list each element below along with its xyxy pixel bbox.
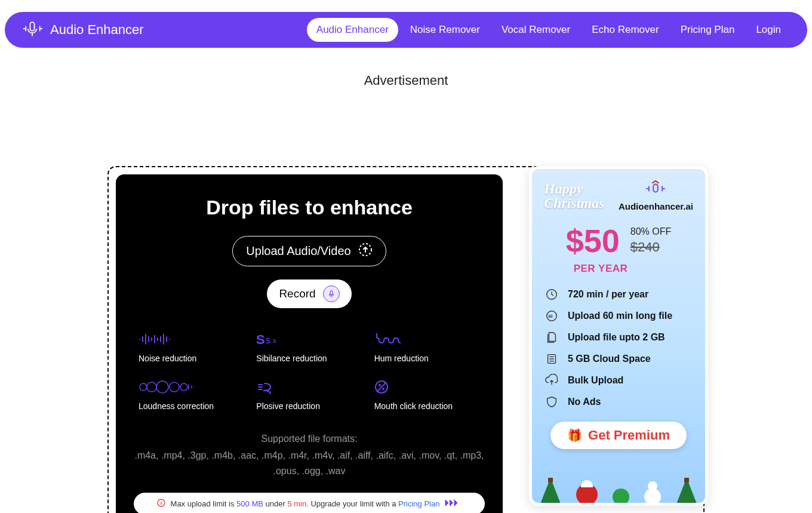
nav-echo-remover[interactable]: Echo Remover	[582, 18, 668, 42]
feature-loudness-correction: Loudness correction	[139, 380, 244, 411]
feature-mouth-click-reduction: Mouth click reduction	[374, 380, 480, 411]
promo-feature-cloud-space: 5 GB Cloud Space	[544, 352, 693, 365]
upload-button[interactable]: Upload Audio/Video	[232, 236, 386, 266]
promo-card: Happy Christmas Audioenhancer.ai $50 80	[529, 166, 708, 506]
svg-point-8	[156, 381, 168, 393]
tree-icon	[676, 478, 697, 505]
promo-feature-file-size: Upload file upto 2 GB	[544, 331, 693, 344]
discount-badge: 80% OFF	[630, 226, 671, 237]
nav-links: Audio Enhancer Noise Remover Vocal Remov…	[307, 18, 791, 42]
chevrons-right-icon	[444, 497, 462, 510]
limit-text: Max upload limit is 500 MB under 5 min. …	[171, 499, 440, 508]
gift-icon: 🎁	[567, 428, 582, 443]
record-button-label: Record	[279, 287, 315, 300]
clock-60-icon: 60	[544, 309, 559, 322]
noise-wave-icon	[139, 332, 244, 349]
promo-feature-bulk-upload: Bulk Upload	[544, 374, 693, 387]
svg-text:s: s	[266, 335, 270, 345]
plosive-icon	[256, 380, 362, 397]
advertisement-label: Advertisement	[0, 73, 812, 88]
svg-rect-0	[30, 22, 34, 30]
upload-limit-bar: Max upload limit is 500 MB under 5 min. …	[134, 493, 485, 513]
old-price: $240	[630, 239, 671, 255]
get-premium-button[interactable]: 🎁 Get Premium	[550, 422, 687, 449]
christmas-decoration	[532, 457, 705, 505]
nav-login[interactable]: Login	[746, 18, 791, 42]
svg-rect-2	[330, 291, 333, 295]
promo-feature-minutes: 720 min / per year	[544, 288, 693, 301]
happy-christmas-text: Happy Christmas	[544, 182, 604, 210]
svg-text:60: 60	[549, 314, 553, 318]
loudness-icon	[139, 380, 244, 397]
sibilance-icon: Sss	[256, 332, 362, 349]
svg-point-7	[147, 382, 156, 392]
navbar: Audio Enhancer Audio Enhancer Noise Remo…	[5, 12, 807, 48]
waveform-mic-santa-icon	[644, 180, 667, 199]
svg-point-16	[658, 180, 660, 182]
svg-point-12	[379, 385, 380, 386]
feature-hum-reduction: Hum reduction	[374, 332, 480, 363]
price-value: $50	[566, 222, 620, 259]
svg-point-6	[140, 383, 147, 391]
formats-label: Supported file formats:	[134, 434, 485, 444]
santa-icon	[576, 484, 598, 505]
storage-icon	[544, 352, 559, 365]
drop-title: Drop files to enhance	[134, 196, 485, 219]
upload-icon	[358, 242, 373, 260]
features-grid: Noise reduction Sss Sibilance reduction …	[134, 332, 485, 411]
files-icon	[544, 331, 559, 344]
elf-icon	[613, 489, 629, 505]
snowman-icon	[644, 489, 661, 505]
svg-point-13	[383, 388, 384, 389]
svg-point-10	[180, 383, 187, 391]
svg-text:s: s	[273, 337, 276, 344]
formats-text: .m4a, .mp4, .3gp, .m4b, .aac, .m4p, .m4r…	[134, 448, 485, 478]
promo-features: 720 min / per year 60 Upload 60 min long…	[544, 288, 693, 408]
nav-vocal-remover[interactable]: Vocal Remover	[492, 18, 580, 42]
feature-sibilance-reduction: Sss Sibilance reduction	[256, 332, 362, 363]
mouth-click-icon	[374, 380, 480, 397]
promo-feature-no-ads: No Ads	[544, 395, 693, 408]
hum-wave-icon	[374, 332, 480, 349]
pricing-plan-link[interactable]: Pricing Plan	[398, 499, 439, 508]
price-row: $50 80% OFF $240	[544, 222, 693, 259]
upload-button-label: Upload Audio/Video	[246, 244, 350, 258]
brand-text: Audio Enhancer	[50, 22, 144, 38]
nav-pricing-plan[interactable]: Pricing Plan	[671, 18, 745, 42]
feature-plosive-reduction: Plosive reduction	[256, 380, 362, 411]
clock-icon	[544, 288, 559, 301]
nav-audio-enhancer[interactable]: Audio Enhancer	[307, 18, 398, 42]
upload-panel: Drop files to enhance Upload Audio/Video…	[116, 174, 503, 513]
record-button[interactable]: Record	[267, 279, 351, 308]
per-year-label: PER YEAR	[529, 263, 693, 275]
tree-icon	[540, 478, 561, 505]
brand[interactable]: Audio Enhancer	[21, 18, 144, 42]
feature-noise-reduction: Noise reduction	[139, 332, 244, 363]
promo-feature-long-file: 60 Upload 60 min long file	[544, 309, 693, 322]
cloud-upload-icon	[544, 374, 559, 387]
waveform-mic-icon	[21, 18, 43, 42]
svg-point-9	[170, 382, 179, 392]
promo-brand: Audioenhancer.ai	[619, 180, 693, 211]
nav-noise-remover[interactable]: Noise Remover	[401, 18, 490, 42]
microphone-icon	[323, 285, 340, 302]
svg-rect-15	[654, 184, 658, 192]
info-icon	[156, 498, 166, 509]
shield-icon	[544, 395, 559, 408]
svg-text:S: S	[256, 332, 265, 346]
